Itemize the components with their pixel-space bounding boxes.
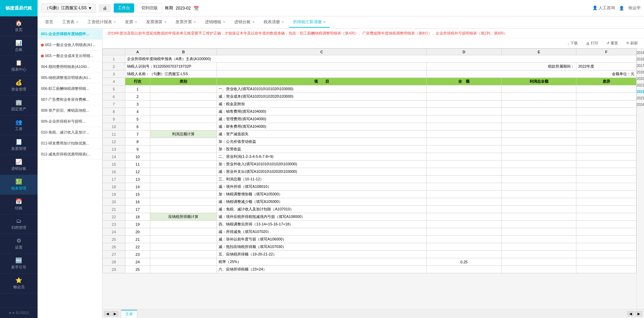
row-profit[interactable] bbox=[502, 266, 576, 273]
row-diff[interactable] bbox=[576, 176, 636, 183]
row-amount[interactable] bbox=[426, 161, 501, 168]
row-amount[interactable] bbox=[426, 221, 501, 228]
row-item[interactable]: 加：投资收益 bbox=[217, 146, 426, 153]
row-profit[interactable] bbox=[502, 243, 576, 251]
row-diff[interactable] bbox=[576, 108, 636, 115]
row-diff[interactable] bbox=[576, 266, 636, 273]
tab-income-tax-close[interactable]: ✕ bbox=[323, 20, 326, 24]
row-profit[interactable] bbox=[502, 153, 576, 161]
left-panel-item-008[interactable]: 008-资产折旧、摊销及纳税... bbox=[38, 105, 102, 116]
row-item[interactable]: 加：纳税调整增加额（填写A105000） bbox=[217, 191, 426, 198]
row-profit[interactable] bbox=[502, 258, 576, 266]
tab-income-tax[interactable]: 所得税汇算清缴 ✕ bbox=[289, 17, 330, 28]
year-2017[interactable]: 2017 bbox=[636, 63, 644, 69]
sheet-nav-left[interactable]: ◀ bbox=[104, 311, 111, 316]
row-amount[interactable] bbox=[426, 123, 501, 130]
row-profit[interactable] bbox=[502, 138, 576, 146]
sheet-nav-right[interactable]: ▶ bbox=[112, 311, 118, 316]
row-amount[interactable] bbox=[426, 213, 501, 221]
row-item[interactable]: 减：免税、减计收入及加计扣除（A107010） bbox=[217, 206, 426, 213]
tab-salary-report[interactable]: 工资统计报表 ✕ bbox=[83, 17, 120, 28]
row-diff[interactable] bbox=[576, 206, 636, 213]
row-amount[interactable] bbox=[426, 176, 501, 183]
tab-sales-ledger-close[interactable]: ✕ bbox=[252, 20, 255, 24]
tab-sales-ledger[interactable]: 进销台账 ✕ bbox=[230, 17, 259, 28]
tab-invoice[interactable]: 发票 ✕ bbox=[121, 17, 141, 28]
row-diff[interactable] bbox=[576, 221, 636, 228]
year-2022[interactable]: 2022 bbox=[636, 89, 644, 95]
row-diff[interactable] bbox=[576, 130, 636, 138]
print-icon-btn[interactable]: 🖨 bbox=[99, 4, 111, 12]
sheet-main[interactable]: A B C D E F 1 企业所得税年度纳税申报表（A类）主表 bbox=[102, 49, 636, 309]
row-item[interactable]: 减：抵扣应纳税所得额（填写A107030） bbox=[217, 243, 426, 251]
row-profit[interactable] bbox=[502, 236, 576, 243]
row-profit[interactable] bbox=[502, 228, 576, 236]
row-item[interactable]: 加：营业外收入(填写A101010\101020\103000) bbox=[217, 161, 426, 168]
page-nav-left[interactable]: ◀ bbox=[627, 311, 634, 316]
row-amount[interactable]: 0.25 bbox=[426, 258, 501, 266]
sidebar-item-home[interactable]: 🏠 首页 bbox=[0, 16, 38, 36]
row-amount[interactable] bbox=[426, 243, 501, 251]
row-diff[interactable] bbox=[576, 243, 636, 251]
left-panel-item-004[interactable]: 004-期间费用明细表(A1040... bbox=[38, 61, 102, 72]
tab-salary-close[interactable]: ✕ bbox=[76, 20, 79, 24]
row-item[interactable]: 减：境外应税所得税抵减境内亏损（填写A108000） bbox=[217, 213, 426, 221]
row-diff[interactable] bbox=[576, 115, 636, 123]
tab-invoice-open-close[interactable]: ✕ bbox=[193, 20, 196, 24]
row-profit[interactable] bbox=[502, 221, 576, 228]
row-profit[interactable] bbox=[502, 191, 576, 198]
workbench-button[interactable]: 工作台 bbox=[114, 3, 134, 13]
year-2024[interactable]: 2024 bbox=[636, 102, 644, 108]
row-item[interactable]: 减：管理费用(填写A104000) bbox=[217, 115, 426, 123]
row-diff[interactable] bbox=[576, 138, 636, 146]
tab-tax-clear-close[interactable]: ✕ bbox=[281, 20, 284, 24]
row-amount[interactable] bbox=[426, 266, 501, 273]
row-diff[interactable] bbox=[576, 85, 636, 93]
row-item[interactable]: 五、应纳税所得额（19-20-21-22） bbox=[217, 251, 426, 258]
row-item[interactable]: 加：公允价值变动收益 bbox=[217, 138, 426, 146]
row-amount[interactable] bbox=[426, 191, 501, 198]
row-profit[interactable] bbox=[502, 108, 576, 115]
row-item[interactable]: 减：所得减免（填写A107020） bbox=[217, 228, 426, 236]
row-profit[interactable] bbox=[502, 206, 576, 213]
row-diff[interactable] bbox=[576, 236, 636, 243]
left-panel-item-003[interactable]: 003-一般企业成本支出明细... bbox=[38, 51, 102, 61]
sidebar-item-settings[interactable]: ⚙ 设置 bbox=[0, 234, 38, 254]
row-diff[interactable] bbox=[576, 198, 636, 206]
row-item[interactable]: 减：资产减值损失 bbox=[217, 130, 426, 138]
row-amount[interactable] bbox=[426, 146, 501, 153]
row-diff[interactable] bbox=[576, 251, 636, 258]
row-diff[interactable] bbox=[576, 228, 636, 236]
row-amount[interactable] bbox=[426, 236, 501, 243]
row-item[interactable]: 减：纳税调整减少额（填写A105000） bbox=[217, 198, 426, 206]
tab-invoice-close[interactable]: ✕ bbox=[135, 20, 137, 24]
switch-old-button[interactable]: 切到旧版 bbox=[137, 3, 162, 13]
row-item[interactable]: 减：弥补以前年度亏损（填写A106000） bbox=[217, 236, 426, 243]
year-2020[interactable]: 2020 bbox=[636, 76, 644, 82]
left-panel-item-001[interactable]: 001-企业所得税年度纳税申... bbox=[38, 29, 102, 40]
row-profit[interactable] bbox=[502, 123, 576, 130]
row-amount[interactable] bbox=[426, 93, 501, 100]
left-panel-item-007[interactable]: 007-广告费和业务宣传费摊... bbox=[38, 94, 102, 105]
tab-invoice-open[interactable]: 发票开票 ✕ bbox=[171, 17, 200, 28]
row-item[interactable]: 减：销售费用(填写A104000) bbox=[217, 108, 426, 115]
row-diff[interactable] bbox=[576, 146, 636, 153]
year-2021[interactable]: 2021 bbox=[636, 82, 644, 88]
sidebar-item-reports[interactable]: 📋 报表中心 bbox=[0, 56, 38, 76]
row-diff[interactable] bbox=[576, 161, 636, 168]
sidebar-item-salary[interactable]: 👥 工资 bbox=[0, 115, 38, 135]
row-profit[interactable] bbox=[502, 176, 576, 183]
reset-button[interactable]: ↺ 重置 bbox=[604, 40, 621, 47]
row-amount[interactable] bbox=[426, 130, 501, 138]
row-amount[interactable] bbox=[426, 115, 501, 123]
row-amount[interactable] bbox=[426, 228, 501, 236]
row-item[interactable]: 四、纳税调整后所得（13-14+15-16-17+18） bbox=[217, 221, 426, 228]
sheet-tab-main[interactable]: 主表 bbox=[121, 310, 137, 318]
row-profit[interactable] bbox=[502, 85, 576, 93]
row-amount[interactable] bbox=[426, 251, 501, 258]
row-diff[interactable] bbox=[576, 123, 636, 130]
row-profit[interactable] bbox=[502, 161, 576, 168]
row-profit[interactable] bbox=[502, 93, 576, 100]
row-item[interactable]: 税率（25%） bbox=[217, 258, 426, 266]
left-panel-item-002[interactable]: 002-一般企业收入明细表(A1... bbox=[38, 40, 102, 51]
